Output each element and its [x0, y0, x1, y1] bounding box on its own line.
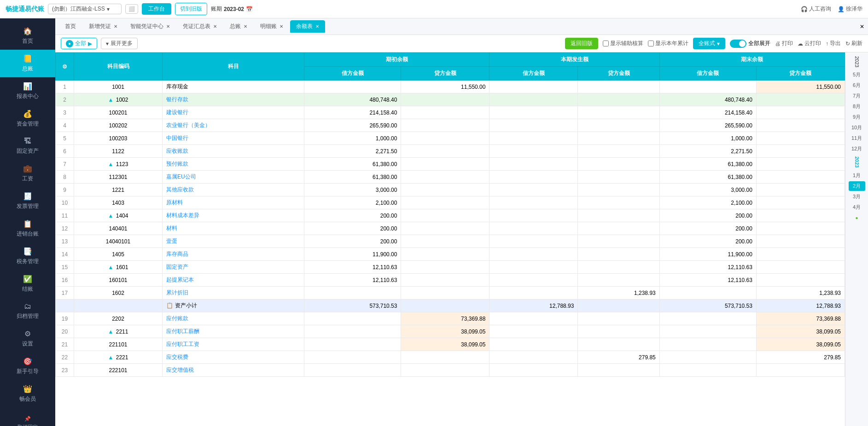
cell-name[interactable]: 应付职工薪酬 — [163, 325, 304, 338]
aux-checkbox[interactable]: 显示辅助核算 — [603, 40, 643, 47]
tab-detail-ledger[interactable]: 明细账 ✕ — [254, 20, 289, 33]
tab-voucher-summary-close[interactable]: ✕ — [213, 24, 217, 29]
cell-name[interactable]: 固定资产 — [163, 261, 304, 274]
sidebar-item-ledger[interactable]: 📒 总账 — [0, 50, 55, 77]
cell-name[interactable]: 预付账款 — [163, 158, 304, 171]
sidebar-item-tax[interactable]: 📑 税务管理 — [0, 242, 55, 270]
cell-name[interactable]: 其他应收款 — [163, 184, 304, 196]
cell-name[interactable]: 银行存款 — [163, 93, 304, 106]
refresh-button[interactable]: ↻ 刷新 — [845, 40, 862, 47]
tab-voucher-summary[interactable]: 凭证汇总表 ✕ — [177, 20, 223, 33]
cell-name[interactable]: 库存商品 — [163, 248, 304, 261]
tab-new-voucher-close[interactable]: ✕ — [114, 24, 117, 29]
cell-name[interactable]: 应付职工工资 — [163, 338, 304, 351]
tab-balance[interactable]: 余额表 ✕ — [290, 20, 325, 33]
copy-icon[interactable]: ⬜ — [125, 4, 138, 14]
cell-name-link[interactable]: 银行存款 — [166, 96, 188, 103]
return-old-button[interactable]: 返回旧版 — [565, 38, 598, 49]
rp-month-7[interactable]: 7月 — [849, 91, 865, 101]
tab-general-ledger-close[interactable]: ✕ — [244, 24, 247, 29]
rp-month-1[interactable]: 1月 — [849, 171, 865, 180]
cell-name-link[interactable]: 固定资产 — [166, 264, 188, 270]
consult-link[interactable]: 🎧 人工咨询 — [801, 5, 831, 13]
sidebar-item-home[interactable]: 🏠 首页 — [0, 22, 55, 50]
rp-month-5[interactable]: 5月 — [849, 70, 865, 80]
cell-name-link[interactable]: 材料 — [166, 225, 177, 231]
expand-icon[interactable]: ▲ — [108, 213, 115, 219]
expand-toggle[interactable] — [730, 40, 746, 48]
rp-month-10[interactable]: 10月 — [849, 123, 865, 132]
sidebar-item-assets[interactable]: 🏗 固定资产 — [0, 132, 55, 160]
style-button[interactable]: 全账式 ▾ — [693, 38, 725, 49]
cell-name[interactable]: 起提累记本 — [163, 274, 304, 287]
expand-icon[interactable]: ▲ — [108, 97, 115, 103]
cell-name[interactable]: 应付账款 — [163, 312, 304, 325]
cell-name[interactable]: 原材料 — [163, 196, 304, 209]
cell-name-link[interactable]: 应付职工薪酬 — [166, 328, 199, 334]
expand-icon[interactable]: ▲ — [108, 161, 115, 167]
expand-icon[interactable]: ▲ — [108, 264, 115, 271]
cell-name[interactable]: 嘉属EU公司 — [163, 171, 304, 184]
cell-name[interactable]: 建设银行 — [163, 106, 304, 119]
close-all-button[interactable]: ✕ — [860, 23, 864, 30]
user-avatar[interactable]: 👤 徐泽华 — [838, 5, 862, 13]
aux-checkbox-input[interactable] — [603, 40, 609, 46]
sidebar-item-reports[interactable]: 📊 报表中心 — [0, 77, 55, 105]
cell-name[interactable]: 应交增值税 — [163, 364, 304, 377]
unpin-button[interactable]: 📌 取消固定 — [0, 411, 55, 426]
cell-name-link[interactable]: 应交税费 — [166, 354, 188, 360]
cell-name[interactable]: 材料成本差异 — [163, 209, 304, 222]
rp-month-9[interactable]: 9月 — [849, 112, 865, 122]
tab-balance-close[interactable]: ✕ — [315, 24, 319, 29]
switch-version-button[interactable]: 切到旧版 — [175, 3, 207, 15]
sidebar-item-settings[interactable]: ⚙ 设置 — [0, 325, 55, 352]
cell-name[interactable]: 应交税费 — [163, 351, 304, 364]
year-checkbox[interactable]: 显示本年累计 — [648, 40, 688, 47]
sidebar-item-salary[interactable]: 💼 工资 — [0, 160, 55, 187]
expand-button[interactable]: ▾ 展开更多 — [101, 38, 138, 49]
cell-name-link[interactable]: 嘉属EU公司 — [166, 173, 196, 180]
cell-name-link[interactable]: 应交增值税 — [166, 367, 194, 373]
tab-smart-voucher[interactable]: 智能凭证中心 ✕ — [124, 20, 176, 33]
cell-name[interactable]: 农业银行（美金） — [163, 119, 304, 132]
sidebar-item-guide[interactable]: 🎯 新手引导 — [0, 352, 55, 380]
rp-month-11[interactable]: 11月 — [849, 133, 865, 143]
sidebar-item-funds[interactable]: 💰 资金管理 — [0, 105, 55, 132]
cell-name-link[interactable]: 材料成本差异 — [166, 212, 199, 219]
cell-name-link[interactable]: 壹蛋 — [166, 238, 177, 244]
cell-name-link[interactable]: 库存商品 — [166, 251, 188, 257]
cell-name-link[interactable]: 应收账款 — [166, 148, 188, 154]
sidebar-item-member[interactable]: 👑 畅会员 — [0, 380, 55, 408]
export-button[interactable]: ↑ 导出 — [826, 40, 841, 47]
company-selector[interactable]: (勿删）江西融金-LSS ▾ — [48, 4, 122, 14]
expand-icon[interactable]: ▲ — [108, 328, 115, 335]
sidebar-item-sales[interactable]: 📋 进销台账 — [0, 215, 55, 242]
rp-month-6[interactable]: 6月 — [849, 81, 865, 90]
sidebar-item-archive[interactable]: 🗂 归档管理 — [0, 298, 55, 325]
expand-icon[interactable]: ▲ — [108, 354, 115, 361]
cell-name-link[interactable]: 原材料 — [166, 199, 183, 206]
cell-name-link[interactable]: 应付账款 — [166, 315, 188, 322]
cell-name[interactable]: 中国银行 — [163, 132, 304, 145]
rp-month-8[interactable]: 8月 — [849, 102, 865, 111]
rp-month-2[interactable]: 2月 — [849, 181, 865, 191]
sidebar-item-invoice[interactable]: 🧾 发票管理 — [0, 187, 55, 215]
cell-name[interactable]: 壹蛋 — [163, 235, 304, 248]
cell-name[interactable]: 累计折旧 — [163, 287, 304, 299]
sidebar-item-close[interactable]: ✅ 结账 — [0, 270, 55, 298]
cell-name-link[interactable]: 累计折旧 — [166, 289, 188, 296]
tab-new-voucher[interactable]: 新增凭证 ✕ — [83, 20, 123, 33]
cell-name-link[interactable]: 建设银行 — [166, 109, 188, 115]
cell-name-link[interactable]: 起提累记本 — [166, 276, 194, 283]
tab-general-ledger[interactable]: 总账 ✕ — [224, 20, 253, 33]
cell-name[interactable]: 材料 — [163, 222, 304, 235]
rp-month-4[interactable]: 4月 — [849, 202, 865, 212]
year-checkbox-input[interactable] — [648, 40, 654, 46]
cell-name-link[interactable]: 应付职工工资 — [166, 341, 199, 347]
th-settings[interactable]: ⚙ — [56, 53, 74, 81]
cell-name-link[interactable]: 预付账款 — [166, 161, 188, 167]
cloud-print-button[interactable]: ☁ 云打印 — [798, 40, 821, 47]
cell-name-link[interactable]: 中国银行 — [166, 135, 188, 141]
rp-month-12[interactable]: 12月 — [849, 144, 865, 154]
cell-name[interactable]: 应收账款 — [163, 145, 304, 158]
